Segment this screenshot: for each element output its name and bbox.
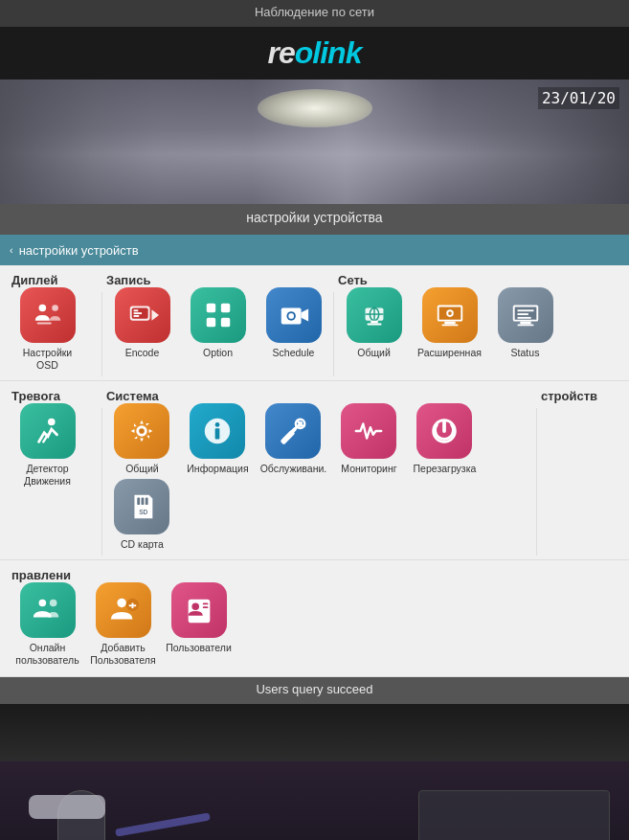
menu-item-sdcard[interactable]: SD CD карта: [106, 479, 178, 551]
svg-point-50: [49, 600, 56, 607]
svg-point-0: [38, 305, 46, 312]
svg-rect-47: [146, 497, 148, 505]
section-label-network: Сеть: [338, 273, 618, 287]
svg-point-1: [52, 305, 58, 311]
icon-label-encode: Encode: [125, 347, 160, 359]
svg-rect-32: [517, 309, 533, 311]
svg-rect-24: [444, 322, 455, 325]
logo: reolink: [268, 35, 362, 71]
section-device: стройств: [541, 389, 618, 409]
svg-rect-40: [215, 428, 220, 439]
svg-point-51: [117, 599, 125, 607]
camera-top-preview: 23/01/20: [0, 79, 629, 204]
svg-point-39: [215, 422, 220, 427]
icon-label-add-user: Добавить Пользователя: [87, 642, 159, 666]
timestamp: 23/01/20: [538, 87, 619, 109]
icon-label-advanced: Расширенная: [417, 347, 482, 359]
svg-rect-34: [517, 317, 530, 319]
svg-rect-10: [220, 304, 229, 312]
settings-title: настройки устройства: [246, 210, 382, 225]
breadcrumb-arrow: ‹: [10, 244, 13, 256]
icon-label-schedule: Schedule: [273, 347, 315, 359]
icon-label-status: Status: [511, 347, 540, 359]
svg-point-15: [288, 313, 294, 319]
section-label-record: Запись: [106, 273, 329, 287]
section-management: правлени Онлайн пользовател: [11, 568, 235, 671]
menu-item-sys-general[interactable]: Общий: [106, 403, 178, 475]
icon-label-sdcard: CD карта: [121, 538, 164, 551]
svg-rect-7: [133, 315, 139, 317]
svg-rect-58: [202, 603, 208, 605]
logo-bar: reolink: [0, 27, 629, 79]
section-label-device: стройств: [541, 389, 618, 403]
svg-rect-25: [441, 324, 458, 326]
menu-item-status[interactable]: Status: [489, 287, 561, 359]
svg-rect-55: [128, 605, 136, 607]
section-label-system: Система: [106, 389, 532, 403]
svg-rect-46: [142, 497, 145, 505]
settings-grid: Диплей Настр: [0, 265, 629, 677]
icon-label-reboot: Перезагрузка: [414, 463, 477, 475]
section-alarm: Тревога Детектор Движения: [11, 389, 98, 492]
svg-rect-59: [202, 607, 208, 609]
menu-item-monitoring[interactable]: Мониторинг: [333, 403, 405, 475]
section-row-3: правлени Онлайн пользовател: [0, 560, 629, 676]
svg-rect-11: [206, 318, 214, 327]
menu-item-info[interactable]: Информация: [182, 403, 254, 475]
top-bar-label: Наблюдение по сети: [255, 5, 374, 19]
status-bar: Users query succeed: [0, 677, 629, 704]
settings-title-bar: настройки устройства: [0, 204, 629, 235]
icon-label-option: Option: [203, 347, 233, 359]
section-row-1: Диплей Настр: [0, 265, 629, 381]
icon-label-osd: Настройки OSD: [11, 347, 83, 371]
section-network: Сеть: [338, 273, 618, 365]
svg-point-27: [448, 311, 452, 315]
icon-label-info: Информация: [187, 463, 248, 475]
icon-label-sys-general: Общий: [125, 463, 159, 475]
menu-item-maintenance[interactable]: Обслуживани.: [258, 403, 329, 475]
svg-rect-5: [133, 309, 138, 311]
menu-item-motion[interactable]: Детектор Движения: [11, 403, 83, 487]
svg-point-35: [48, 419, 56, 426]
svg-rect-45: [138, 497, 141, 505]
menu-item-reboot[interactable]: Перезагрузка: [409, 403, 481, 475]
svg-rect-20: [371, 321, 378, 324]
icon-label-motion: Детектор Движения: [11, 463, 83, 487]
top-bar: Наблюдение по сети: [0, 0, 629, 27]
svg-rect-21: [367, 324, 381, 326]
icon-label-online-users: Онлайн пользователь: [11, 642, 83, 666]
menu-item-encode[interactable]: Encode: [106, 287, 178, 359]
menu-item-schedule[interactable]: Schedule: [258, 287, 329, 359]
svg-rect-2: [36, 323, 51, 325]
breadcrumb-label: настройки устройств: [19, 243, 139, 258]
section-row-2: Тревога Детектор Движения: [0, 381, 629, 560]
menu-item-option[interactable]: Option: [182, 287, 254, 359]
menu-item-add-user[interactable]: Добавить Пользователя: [87, 582, 159, 666]
icon-label-monitoring: Мониторинг: [341, 463, 396, 475]
breadcrumb-bar[interactable]: ‹ настройки устройств: [0, 235, 629, 265]
menu-item-osd[interactable]: Настройки OSD: [11, 287, 83, 371]
svg-point-57: [191, 603, 199, 611]
svg-point-49: [38, 600, 46, 607]
menu-item-online-users[interactable]: Онлайн пользователь: [11, 582, 83, 666]
menu-item-users[interactable]: Пользователи: [163, 582, 235, 666]
menu-item-advanced[interactable]: Расширенная: [414, 287, 485, 359]
section-display: Диплей Настр: [11, 273, 98, 376]
status-message: Users query succeed: [256, 682, 372, 696]
svg-rect-9: [206, 304, 214, 312]
camera-bottom-preview: [0, 704, 629, 840]
section-system: Система: [106, 389, 532, 556]
icon-label-maintenance: Обслуживани.: [260, 463, 327, 475]
svg-rect-44: [443, 420, 447, 433]
svg-rect-12: [220, 318, 229, 327]
svg-rect-30: [520, 322, 530, 325]
icon-label-users: Пользователи: [166, 642, 232, 654]
menu-item-general-net[interactable]: Общий: [338, 287, 410, 359]
section-label-display: Диплей: [11, 273, 98, 287]
svg-text:SD: SD: [140, 508, 148, 514]
svg-rect-56: [188, 600, 210, 624]
section-label-management: правлени: [11, 568, 235, 582]
icon-label-general-net: Общий: [357, 347, 391, 359]
svg-marker-13: [301, 308, 308, 321]
section-record: Запись Enc: [106, 273, 329, 365]
